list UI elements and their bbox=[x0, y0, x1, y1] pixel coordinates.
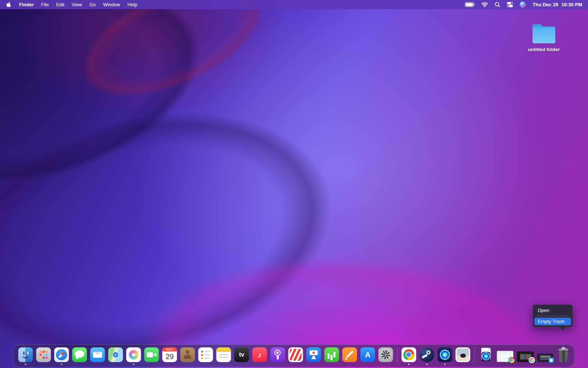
menu-edit[interactable]: Edit bbox=[53, 2, 68, 7]
menu-bar-time: 10:30 PM bbox=[562, 2, 582, 7]
music-icon bbox=[252, 347, 267, 362]
keynote-icon bbox=[306, 347, 321, 362]
dock-item-steam[interactable] bbox=[420, 347, 434, 362]
dock-item-pages[interactable] bbox=[343, 347, 357, 362]
menu-bar-clock[interactable]: Thu Dec 29 10:30 PM bbox=[533, 2, 582, 7]
steam-icon bbox=[420, 347, 434, 362]
chrome-icon bbox=[402, 347, 416, 362]
dock-item-docfile[interactable] bbox=[479, 347, 494, 362]
dock-item-facetime[interactable] bbox=[144, 347, 159, 362]
messages-icon bbox=[72, 347, 87, 362]
running-indicator bbox=[25, 364, 26, 365]
running-indicator bbox=[133, 364, 135, 365]
dock-item-maps[interactable] bbox=[108, 347, 123, 362]
spotlight-search-icon[interactable] bbox=[495, 2, 500, 7]
context-menu-divider bbox=[537, 316, 569, 316]
news-icon bbox=[288, 347, 303, 362]
siri-icon[interactable] bbox=[520, 1, 526, 8]
trash-context-menu: Open Empty Trash bbox=[533, 304, 573, 328]
apple-menu-icon[interactable] bbox=[6, 1, 11, 8]
safari-icon bbox=[54, 347, 69, 362]
running-indicator bbox=[426, 364, 428, 365]
dock bbox=[14, 344, 575, 367]
dock-divider bbox=[474, 347, 475, 363]
dock-item-photos[interactable] bbox=[126, 347, 141, 362]
context-menu-item-empty-trash[interactable]: Empty Trash bbox=[534, 318, 571, 325]
folder-icon bbox=[533, 26, 555, 43]
contacts-icon bbox=[180, 347, 195, 362]
dock-item-win-photos[interactable] bbox=[517, 347, 534, 362]
dock-item-mail[interactable] bbox=[90, 347, 105, 362]
menu-finder[interactable]: Finder bbox=[15, 2, 37, 7]
desktop-icon-untitled-folder[interactable]: untitled folder bbox=[526, 24, 562, 52]
screen: FinderFileEditViewGoWindowHelp bbox=[0, 0, 588, 368]
systemprefs-icon bbox=[379, 347, 393, 362]
dock-item-finder[interactable] bbox=[18, 347, 33, 362]
menu-help[interactable]: Help bbox=[124, 2, 141, 7]
dock-item-beachphoto[interactable] bbox=[456, 347, 470, 362]
trash-icon bbox=[557, 346, 570, 362]
dock-item-notes[interactable] bbox=[216, 347, 231, 362]
menu-bar: FinderFileEditViewGoWindowHelp bbox=[0, 0, 588, 9]
running-indicator bbox=[61, 364, 62, 365]
menu-bar-date: Thu Dec 29 bbox=[533, 2, 558, 7]
dock-item-contacts[interactable] bbox=[180, 347, 195, 362]
win-photos-icon bbox=[517, 351, 534, 362]
running-indicator bbox=[444, 364, 446, 365]
podcasts-icon bbox=[270, 347, 285, 362]
dock-item-win-chrome[interactable] bbox=[497, 347, 514, 362]
beachphoto-icon bbox=[456, 347, 470, 362]
dock-item-win-dark[interactable] bbox=[537, 347, 553, 362]
pages-icon bbox=[343, 347, 357, 362]
dock-item-numbers[interactable] bbox=[325, 347, 339, 362]
dock-item-trash[interactable] bbox=[557, 347, 570, 362]
control-center-icon[interactable] bbox=[507, 2, 513, 7]
appstore-icon bbox=[361, 347, 375, 362]
dock-item-messages[interactable] bbox=[72, 347, 87, 362]
dock-divider bbox=[397, 347, 398, 363]
dock-item-reminders[interactable] bbox=[198, 347, 213, 362]
menu-view[interactable]: View bbox=[68, 2, 86, 7]
dock-item-keynote[interactable] bbox=[306, 347, 321, 362]
facetime-icon bbox=[144, 347, 159, 362]
desktop-icon-label: untitled folder bbox=[526, 47, 562, 52]
menu-bar-status: Thu Dec 29 10:30 PM bbox=[465, 1, 582, 8]
dock-item-tv[interactable] bbox=[234, 347, 249, 362]
desktop-wallpaper bbox=[0, 0, 588, 368]
dock-item-safari[interactable] bbox=[54, 347, 69, 362]
menu-file[interactable]: File bbox=[37, 2, 53, 7]
finder-icon bbox=[18, 347, 33, 362]
dock-item-systemprefs[interactable] bbox=[379, 347, 393, 362]
reminders-icon bbox=[198, 347, 213, 362]
tv-icon bbox=[234, 347, 249, 362]
context-menu-item-open[interactable]: Open bbox=[534, 307, 571, 314]
menu-go[interactable]: Go bbox=[86, 2, 99, 7]
win-dark-icon bbox=[537, 354, 553, 362]
dock-item-podcasts[interactable] bbox=[270, 347, 285, 362]
bluecircle-icon bbox=[438, 347, 452, 362]
dock-item-launchpad[interactable] bbox=[36, 347, 51, 362]
menu-window[interactable]: Window bbox=[99, 2, 123, 7]
dock-item-music[interactable] bbox=[252, 347, 267, 362]
menu-bar-menus: FinderFileEditViewGoWindowHelp bbox=[15, 2, 141, 7]
launchpad-icon bbox=[36, 347, 51, 362]
mail-icon bbox=[90, 347, 105, 362]
calendar-icon bbox=[162, 347, 177, 362]
notes-icon bbox=[216, 347, 231, 362]
dock-item-appstore[interactable] bbox=[361, 347, 375, 362]
battery-icon[interactable] bbox=[465, 2, 475, 7]
numbers-icon bbox=[325, 347, 339, 362]
dock-item-chrome[interactable] bbox=[402, 347, 416, 362]
photos-icon bbox=[126, 347, 141, 362]
dock-item-bluecircle[interactable] bbox=[438, 347, 452, 362]
docfile-icon bbox=[479, 347, 494, 362]
running-indicator bbox=[408, 364, 410, 365]
maps-icon bbox=[108, 347, 123, 362]
dock-item-news[interactable] bbox=[288, 347, 303, 362]
dock-item-calendar[interactable] bbox=[162, 347, 177, 362]
win-chrome-icon bbox=[497, 351, 514, 362]
wifi-icon[interactable] bbox=[481, 2, 488, 7]
